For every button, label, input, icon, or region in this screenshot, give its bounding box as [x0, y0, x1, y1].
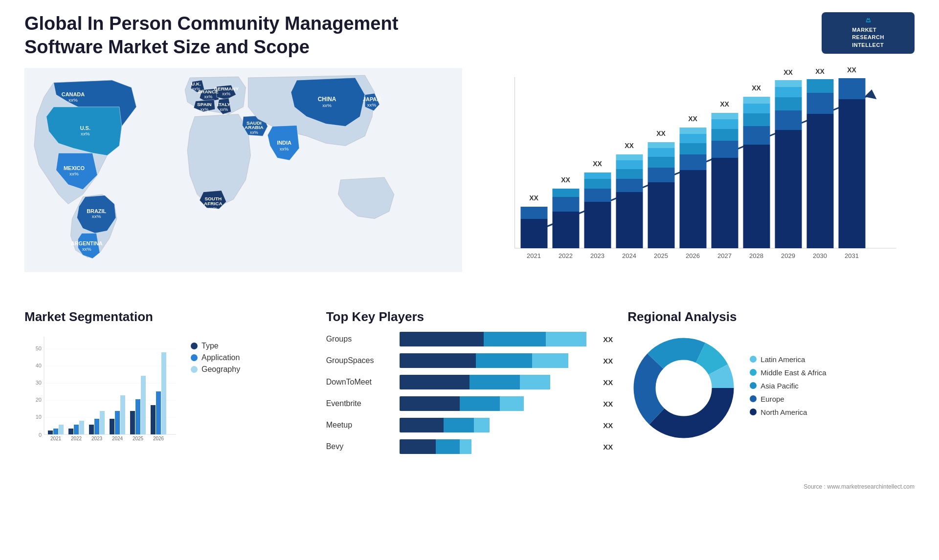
svg-marker-36: [865, 89, 877, 99]
svg-text:XX: XX: [815, 67, 825, 75]
bottom-row: Market Segmentation 0 10 20 30 40 50: [24, 309, 915, 490]
svg-text:xx%: xx%: [82, 246, 91, 252]
svg-rect-59: [648, 168, 675, 182]
svg-text:2025: 2025: [133, 436, 144, 441]
svg-rect-54: [616, 160, 643, 169]
players-list: Groups XX GroupSpaces: [326, 332, 613, 454]
svg-text:XX: XX: [561, 176, 570, 184]
source-text: Source : www.marketresearchintellect.com: [804, 483, 915, 490]
svg-text:2024: 2024: [112, 436, 123, 441]
geography-dot: [191, 366, 198, 373]
svg-rect-120: [74, 425, 79, 434]
legend-application: Application: [191, 353, 240, 362]
svg-point-144: [657, 361, 711, 415]
svg-text:CHINA: CHINA: [318, 96, 336, 103]
svg-rect-133: [141, 376, 146, 434]
bar-2021: [521, 219, 548, 248]
svg-rect-115: [48, 431, 53, 434]
svg-text:50: 50: [36, 345, 42, 351]
svg-text:xx%: xx%: [69, 171, 79, 176]
segmentation-panel: Market Segmentation 0 10 20 30 40 50: [24, 309, 312, 490]
bar-chart-svg: XX 2021 XX 2022 XX 2023: [477, 67, 915, 273]
key-players-panel: Top Key Players Groups XX: [326, 309, 613, 490]
svg-text:U.S.: U.S.: [80, 125, 90, 131]
svg-text:30: 30: [36, 380, 42, 386]
svg-text:XX: XX: [847, 67, 856, 74]
svg-text:xx%: xx%: [200, 107, 208, 112]
svg-marker-0: [866, 18, 870, 22]
svg-rect-72: [712, 158, 738, 248]
svg-rect-132: [135, 399, 140, 434]
segmentation-legend: Type Application Geography: [191, 342, 240, 377]
svg-rect-51: [616, 192, 643, 248]
svg-rect-88: [775, 97, 802, 110]
svg-rect-41: [553, 197, 580, 212]
svg-text:XX: XX: [752, 84, 761, 92]
svg-rect-46: [584, 189, 611, 202]
legend-north-america: North America: [750, 408, 915, 416]
svg-rect-40: [553, 212, 580, 248]
svg-rect-55: [616, 154, 643, 160]
svg-rect-52: [616, 179, 643, 192]
player-eventbrite: Eventbrite XX: [326, 396, 613, 411]
svg-text:AFRICA: AFRICA: [204, 201, 223, 206]
svg-text:2027: 2027: [717, 252, 732, 259]
svg-text:0: 0: [39, 432, 42, 438]
donut-chart: [627, 332, 740, 444]
logo-text: MARKET RESEARCH INTELLECT: [852, 26, 884, 49]
svg-rect-95: [807, 79, 834, 93]
svg-text:xx%: xx%: [220, 107, 228, 112]
player-downtomeet: DownToMeet XX: [326, 375, 613, 389]
segmentation-chart: 0 10 20 30 40 50: [24, 332, 181, 449]
legend-europe: Europe: [750, 395, 915, 403]
svg-rect-124: [94, 419, 99, 434]
svg-rect-90: [775, 80, 802, 87]
svg-rect-125: [100, 411, 105, 434]
logo: MARKET RESEARCH INTELLECT: [822, 12, 915, 54]
svg-text:SPAIN: SPAIN: [197, 102, 212, 107]
svg-rect-42: [553, 189, 580, 197]
svg-rect-128: [115, 411, 120, 434]
svg-rect-99: [839, 78, 866, 99]
svg-text:GERMANY: GERMANY: [214, 86, 239, 91]
svg-rect-135: [151, 405, 156, 434]
svg-rect-68: [680, 134, 707, 143]
svg-rect-73: [712, 141, 738, 158]
svg-rect-82: [743, 104, 770, 113]
svg-rect-89: [775, 87, 802, 97]
svg-rect-74: [712, 129, 738, 141]
svg-rect-93: [807, 114, 834, 248]
svg-rect-127: [110, 419, 114, 434]
svg-text:XX: XX: [656, 129, 666, 137]
legend-type: Type: [191, 342, 240, 350]
player-groups: Groups XX: [326, 332, 613, 346]
svg-text:JAPAN: JAPAN: [363, 96, 380, 102]
regional-legend: Latin America Middle East & Africa Asia …: [750, 355, 915, 421]
regional-title: Regional Analysis: [627, 309, 915, 324]
player-meetup: Meetup XX: [326, 418, 613, 432]
svg-rect-69: [680, 128, 707, 134]
svg-rect-136: [156, 391, 161, 434]
svg-rect-37: [521, 207, 548, 219]
svg-text:U.K.: U.K.: [191, 81, 201, 86]
regional-panel: Regional Analysis: [627, 309, 915, 490]
svg-text:40: 40: [36, 363, 42, 368]
svg-rect-131: [130, 411, 135, 434]
svg-rect-60: [648, 157, 675, 168]
svg-rect-81: [743, 113, 770, 126]
svg-text:xx%: xx%: [68, 97, 78, 103]
svg-rect-65: [680, 170, 707, 248]
world-map-svg: CANADA xx% U.S. xx% MEXICO xx% BRAZIL xx…: [24, 67, 462, 273]
svg-rect-48: [584, 172, 611, 179]
svg-rect-58: [648, 182, 675, 248]
svg-text:20: 20: [36, 397, 42, 403]
svg-text:2022: 2022: [71, 436, 82, 441]
page-title: Global In Person Community Management So…: [24, 12, 425, 59]
svg-text:ARABIA: ARABIA: [245, 125, 264, 130]
svg-text:2026: 2026: [153, 436, 164, 441]
svg-rect-119: [68, 429, 73, 434]
svg-text:2028: 2028: [749, 252, 763, 259]
svg-text:MEXICO: MEXICO: [64, 165, 85, 171]
svg-rect-83: [743, 97, 770, 104]
svg-rect-137: [161, 352, 166, 434]
